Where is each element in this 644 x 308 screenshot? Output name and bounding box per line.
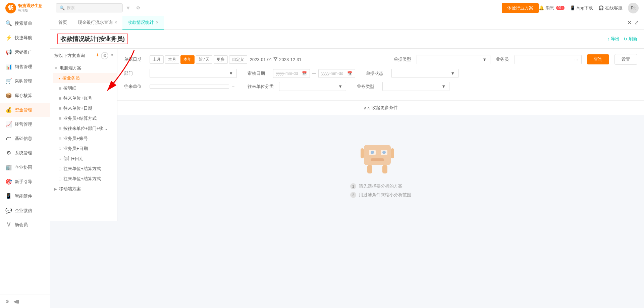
date-btn-custom[interactable]: 自定义 (229, 55, 247, 64)
sidebar-item-quick-nav[interactable]: ⚡ 快捷导航 (0, 31, 50, 45)
biz-type-select[interactable]: ▼ (382, 82, 449, 91)
right-content: 单据日期 上月 本月 本年 近7天 更多 自定义 (117, 49, 644, 221)
ss-icon: ⊞ (58, 116, 61, 121)
desktop-tree-children: ● 按业务员 ⊞ 按明细 ⊟ 往来单位+账号 ⊟ (50, 73, 117, 184)
tree-node-dept-date[interactable]: ⊙ 部门+日期 (53, 154, 117, 164)
counterpart-more-icon[interactable]: ··· (232, 84, 235, 89)
dd-icon: ⊙ (58, 157, 61, 161)
download-icon: 📱 (570, 5, 575, 10)
sidebar-item-member[interactable]: V 畅会员 (0, 218, 50, 232)
svg-rect-7 (382, 165, 387, 173)
bank-flow-close-icon[interactable]: × (115, 20, 117, 25)
sidebar-item-search[interactable]: 🔍 搜索菜单 (0, 16, 50, 31)
expand-tab-icon[interactable]: ⤢ (634, 19, 639, 26)
sidebar-item-guide[interactable]: 🎯 新手引导 (0, 174, 50, 189)
doc-type-select[interactable]: ▼ (417, 55, 490, 64)
doc-status-select[interactable]: ▼ (391, 69, 459, 78)
export-icon: ↑ (607, 37, 610, 42)
date-btn-7days[interactable]: 近7天 (196, 55, 212, 64)
salesperson-select[interactable]: ··· (515, 55, 582, 64)
dept-select[interactable]: ▼ (150, 69, 237, 78)
date-btn-last-month[interactable]: 上月 (150, 55, 164, 64)
cds-icon: ⊟ (58, 126, 61, 131)
sidebar-item-sales[interactable]: 📊 销售管理 (0, 59, 50, 74)
search-icon: 🔍 (59, 5, 65, 10)
sidebar-item-operations[interactable]: 📈 经营管理 (0, 117, 50, 132)
tree-node-counterpart-settle[interactable]: ⊞ 往来单位+结算方式 (53, 164, 117, 174)
gear-icon[interactable]: ⚙ (136, 5, 140, 10)
collapse-sidebar-icon[interactable]: ◀▮ (13, 299, 19, 304)
counterpart-category-select[interactable]: ▼ (279, 82, 346, 91)
date-btn-this-year[interactable]: 本年 (180, 55, 195, 64)
active-node-icon: ● (58, 76, 60, 80)
date-shortcuts: 上月 本月 本年 近7天 更多 自定义 (150, 55, 247, 64)
tree-node-by-detail[interactable]: ⊞ 按明细 (53, 83, 117, 93)
date-range-display: 2023-01-01 至 2023-12-31 (250, 56, 302, 62)
search-box[interactable]: 🔍 搜索 (56, 3, 123, 12)
tab-home[interactable]: 首页 (53, 16, 72, 30)
cs-icon: ⊞ (58, 167, 61, 171)
tip-1-text: 请先选择要分析的方案 (359, 183, 402, 189)
tree-node-salesperson-account[interactable]: ⊟ 业务员+账号 (53, 134, 117, 144)
collection-stat-close-icon[interactable]: × (156, 20, 158, 25)
audit-date-start[interactable]: yyyy-mm-dd 📅 (273, 69, 310, 78)
inventory-icon: 📦 (5, 92, 12, 99)
cd-icon: ⊟ (58, 106, 61, 111)
trial-button[interactable]: 体验行业方案 (502, 3, 539, 13)
filter-row-1: 单据日期 上月 本月 本年 近7天 更多 自定义 (124, 54, 637, 65)
sidebar-item-basic-info[interactable]: 🗃 基础信息 (0, 132, 50, 146)
collapse-panel-icon[interactable]: « (110, 52, 113, 59)
tab-bank-flow[interactable]: 现金银行流水查询 × (72, 16, 122, 30)
sidebar-footer: ⚙ ◀▮ (0, 295, 50, 308)
sidebar-item-purchase[interactable]: 🛒 采购管理 (0, 74, 50, 88)
tree-node-counterpart-date[interactable]: ⊟ 往来单位+日期 (53, 103, 117, 113)
sales-icon: 📊 (5, 63, 12, 70)
settings-footer-icon[interactable]: ⚙ (5, 299, 9, 304)
close-tab-icon[interactable]: ✕ (627, 19, 632, 26)
tree-node-salesperson-date[interactable]: ⊙ 业务员+日期 (53, 144, 117, 154)
tab-bar: 首页 现金银行流水查询 × 收款情况统计 × ✕ ⤢ (50, 16, 644, 30)
sidebar-item-enterprise[interactable]: 🏢 企业协同 (0, 160, 50, 174)
tree-node-counterpart-dept[interactable]: ⊟ 按往来单位+部门+收... (53, 123, 117, 134)
date-btn-this-month[interactable]: 本月 (165, 55, 179, 64)
dropdown-icon[interactable]: ▼ (125, 5, 131, 11)
tree-node-by-salesperson[interactable]: ● 按业务员 (53, 73, 117, 83)
mobile-group[interactable]: ▶ 移动端方案 (50, 184, 117, 194)
empty-state: 1 请先选择要分析的方案 2 用过滤条件来缩小分析范围 (117, 115, 644, 221)
sidebar-item-wechat[interactable]: 💬 企业微信 (0, 203, 50, 218)
app-download-btn[interactable]: 📱 App下载 (570, 5, 593, 11)
tab-collection-stat[interactable]: 收款情况统计 × (122, 16, 164, 30)
audit-date-end[interactable]: yyyy-mm-dd 📅 (318, 69, 355, 78)
expand-icon: ▼ (54, 66, 58, 70)
collapse-btn[interactable]: ∧∧ 收起更多条件 (360, 103, 402, 112)
settings-button[interactable]: 设置 (614, 54, 637, 65)
filter-panel: 单据日期 上月 本月 本年 近7天 更多 自定义 (117, 49, 644, 100)
detail-icon: ⊞ (58, 86, 61, 91)
svg-rect-3 (371, 158, 384, 161)
home-tab-label: 首页 (58, 19, 67, 25)
avatar[interactable]: Rit (628, 3, 639, 13)
date-btn-more[interactable]: 更多 (214, 55, 228, 64)
messages-btn[interactable]: 🔔 消息 99+ (539, 5, 565, 11)
sidebar-item-smart-hw[interactable]: 📱 智能硬件 (0, 189, 50, 203)
online-service-btn[interactable]: 🎧 在线客服 (598, 5, 623, 11)
biz-type-label: 业务类型 (357, 84, 377, 90)
add-scheme-icon[interactable]: + (96, 52, 99, 59)
tree-node-counterpart-settle2[interactable]: ⊟ 往来单位+结算方式 (53, 174, 117, 184)
sidebar-item-marketing[interactable]: 📢 营销推广 (0, 45, 50, 59)
sidebar-item-finance[interactable]: 💰 资金管理 (0, 103, 50, 117)
scheme-settings-icon[interactable]: ⚙ (101, 52, 108, 59)
inner-layout: 按以下方案查询 + ⚙ « ▼ 电脑端方案 ● (50, 49, 644, 221)
desktop-group[interactable]: ▼ 电脑端方案 (50, 63, 117, 73)
header-search: 🔍 搜索 ▼ ⚙ (56, 3, 502, 12)
query-button[interactable]: 查询 (587, 54, 609, 64)
sidebar-item-system[interactable]: ⚙ 系统管理 (0, 146, 50, 160)
tip-2-text: 用过滤条件来缩小分析范围 (359, 192, 411, 198)
tree-node-salesperson-settle[interactable]: ⊞ 业务员+结算方式 (53, 113, 117, 123)
counterpart-input[interactable] (150, 85, 229, 89)
refresh-btn[interactable]: ↻ 刷新 (624, 36, 637, 42)
search-icon: 🔍 (5, 20, 12, 27)
export-btn[interactable]: ↑ 导出 (607, 36, 620, 42)
sidebar-item-inventory[interactable]: 📦 库存核算 (0, 88, 50, 103)
tree-node-counterpart-account[interactable]: ⊟ 往来单位+账号 (53, 93, 117, 103)
